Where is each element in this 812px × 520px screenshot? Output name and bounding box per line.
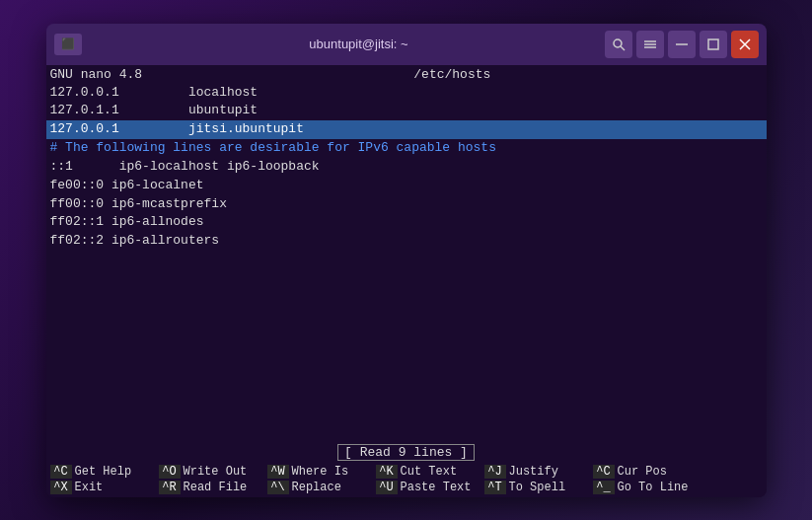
maximize-button[interactable] (700, 31, 727, 58)
terminal-icon: ⬛ (54, 34, 82, 55)
window-controls (605, 31, 759, 58)
shortcut-key-cur-pos: ^C (593, 465, 615, 479)
nano-shortcuts: ^C Get Help ^O Write Out ^W Where Is ^K … (46, 462, 767, 497)
shortcut-label-cut-text: Cut Text (401, 465, 458, 479)
shortcut-replace[interactable]: ^\ Replace (263, 480, 372, 495)
shortcut-key-justify: ^J (484, 465, 506, 479)
svg-rect-6 (708, 39, 718, 49)
desktop: ⬛ ubuntupit@jitsi: ~ (0, 0, 812, 520)
shortcut-key-write-out: ^O (159, 465, 181, 479)
status-bar: [ Read 9 lines ] (46, 443, 767, 462)
nano-line-1: 127.0.0.1 localhost (46, 84, 767, 103)
shortcut-go-to-line[interactable]: ^_ Go To Line (589, 480, 698, 495)
shortcut-exit[interactable]: ^X Exit (46, 480, 155, 495)
nano-line-4: # The following lines are desirable for … (46, 139, 767, 158)
nano-line-3: 127.0.0.1 jitsi.ubuntupit (46, 120, 767, 139)
terminal-window: ⬛ ubuntupit@jitsi: ~ (46, 24, 767, 497)
minimize-button[interactable] (668, 31, 696, 58)
shortcut-key-read-file: ^R (159, 481, 181, 494)
shortcut-key-exit: ^X (50, 481, 72, 494)
shortcut-label-where-is: Where Is (292, 465, 349, 479)
search-icon (612, 37, 626, 51)
shortcut-label-to-spell: To Spell (509, 481, 566, 494)
nano-filename: /etc/hosts (413, 67, 490, 82)
shortcut-key-cut-text: ^K (376, 465, 398, 479)
close-button[interactable] (731, 31, 759, 58)
nano-line-2: 127.0.1.1 ubuntupit (46, 102, 767, 120)
maximize-icon (707, 38, 719, 50)
svg-line-1 (621, 46, 625, 50)
nano-content[interactable]: 127.0.0.1 localhost 127.0.1.1 ubuntupit … (46, 84, 767, 443)
minimize-icon (676, 43, 688, 45)
menu-button[interactable] (636, 31, 664, 58)
hamburger-icon (643, 39, 657, 49)
shortcut-label-replace: Replace (292, 481, 341, 494)
shortcut-get-help[interactable]: ^C Get Help (46, 464, 155, 480)
nano-line-9: ff02::2 ip6-allrouters (46, 232, 767, 251)
nano-line-8: ff02::1 ip6-allnodes (46, 213, 767, 232)
shortcut-label-go-to-line: Go To Line (618, 481, 689, 494)
nano-editor: GNU nano 4.8 /etc/hosts 127.0.0.1 localh… (46, 65, 767, 497)
terminal-icon-symbol: ⬛ (61, 37, 75, 50)
shortcut-justify[interactable]: ^J Justify (480, 464, 589, 480)
svg-point-0 (614, 39, 622, 47)
nano-line-6: fe00::0 ip6-localnet (46, 177, 767, 195)
title-bar: ⬛ ubuntupit@jitsi: ~ (46, 24, 767, 65)
shortcut-key-go-to-line: ^_ (593, 481, 615, 494)
shortcut-write-out[interactable]: ^O Write Out (155, 464, 263, 480)
shortcut-label-get-help: Get Help (75, 465, 132, 479)
shortcut-label-exit: Exit (75, 481, 104, 494)
nano-version: GNU nano 4.8 (50, 67, 143, 82)
shortcut-label-read-file: Read File (184, 481, 248, 494)
nano-line-7: ff00::0 ip6-mcastprefix (46, 195, 767, 214)
shortcut-key-where-is: ^W (267, 465, 289, 479)
shortcut-key-paste-text: ^U (376, 481, 398, 494)
shortcut-cut-text[interactable]: ^K Cut Text (372, 464, 480, 480)
window-title: ubuntupit@jitsi: ~ (113, 37, 605, 51)
shortcut-read-file[interactable]: ^R Read File (155, 480, 263, 495)
shortcut-to-spell[interactable]: ^T To Spell (480, 480, 589, 495)
title-bar-left: ⬛ (54, 34, 113, 55)
shortcut-cur-pos[interactable]: ^C Cur Pos (589, 464, 698, 480)
shortcut-where-is[interactable]: ^W Where Is (263, 464, 372, 480)
shortcut-label-cur-pos: Cur Pos (618, 465, 667, 479)
shortcut-key-get-help: ^C (50, 465, 72, 479)
shortcut-key-to-spell: ^T (484, 481, 506, 494)
status-message: [ Read 9 lines ] (337, 444, 475, 461)
search-button[interactable] (605, 31, 632, 58)
shortcut-label-justify: Justify (509, 465, 558, 479)
shortcut-label-paste-text: Paste Text (401, 481, 472, 494)
shortcut-paste-text[interactable]: ^U Paste Text (372, 480, 480, 495)
nano-line-5: ::1 ip6-localhost ip6-loopback (46, 158, 767, 177)
shortcut-row-2: ^X Exit ^R Read File ^\ Replace ^U Paste… (46, 480, 767, 495)
close-icon (739, 38, 751, 50)
nano-header: GNU nano 4.8 /etc/hosts (46, 65, 767, 84)
shortcut-label-write-out: Write Out (184, 465, 248, 479)
shortcut-key-replace: ^\ (267, 481, 289, 494)
shortcut-row-1: ^C Get Help ^O Write Out ^W Where Is ^K … (46, 464, 767, 480)
